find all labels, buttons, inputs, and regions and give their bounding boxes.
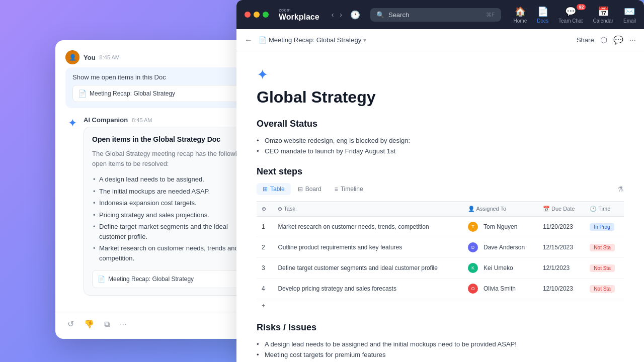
col-duedate[interactable]: 📅 Due Date [538, 202, 585, 217]
col-assigned[interactable]: 👤 Assigned To [463, 202, 538, 217]
present-button[interactable]: ⬡ [600, 35, 607, 45]
ai-doc-reference[interactable]: 📄 Meeting Recap: Global Strategy [92, 270, 248, 288]
assigned-cell: O Olivia Smith [463, 279, 538, 299]
tab-table[interactable]: ⊞ Table [257, 183, 291, 195]
task-cell: Define target customer segments and idea… [273, 258, 463, 279]
nav-item-teamchat[interactable]: 92💬Team Chat [558, 6, 583, 24]
list-item: A design lead needs to be assigned and t… [257, 339, 624, 349]
refresh-button[interactable]: ↺ [65, 317, 76, 331]
col-num: ⊕ [257, 202, 273, 217]
maximize-window-button[interactable] [263, 12, 269, 18]
search-shortcut: ⌘F [486, 12, 495, 18]
due-date-cell: 12/15/2023 [538, 237, 585, 258]
copy-button[interactable]: ⧉ [102, 318, 112, 331]
nav-item-home[interactable]: 🏠Home [514, 6, 527, 24]
minimize-window-button[interactable] [254, 12, 260, 18]
home-nav-label: Home [514, 18, 527, 24]
breadcrumb-dropdown-icon[interactable]: ▾ [363, 37, 366, 44]
email-nav-label: Email [623, 18, 636, 24]
share-button[interactable]: Share [577, 36, 594, 44]
status-cell: Not Sta [585, 237, 624, 258]
teamchat-badge: 92 [577, 4, 586, 10]
ai-timestamp: 8:45 AM [132, 117, 152, 123]
tab-board[interactable]: ⊟ Board [292, 183, 328, 195]
top-nav: zoom Workplace ‹ › 🕐 🔍 Search ⌘F 🏠Home📄D… [236, 0, 644, 29]
doc-content: ✦ Global Strategy Overall Status Omzo we… [236, 51, 644, 362]
ai-doc-icon: 📄 [98, 275, 105, 284]
more-doc-options-button[interactable]: ··· [629, 36, 636, 45]
user-doc-reference[interactable]: 📄 Meeting Recap: Global Strategy [72, 85, 250, 102]
ai-companion-icon: ✦ [65, 116, 79, 130]
teamchat-nav-icon: 💬 [565, 6, 576, 17]
nav-icons: 🏠Home📄Docs92💬Team Chat📅Calendar✉️Email [514, 6, 636, 24]
add-row-button[interactable]: + [257, 299, 624, 312]
nav-arrows: ‹ › [330, 10, 344, 20]
search-bar[interactable]: 🔍 Search ⌘F [370, 8, 501, 22]
nav-item-email[interactable]: ✉️Email [623, 6, 636, 24]
timeline-tab-label: Timeline [341, 186, 363, 193]
history-button[interactable]: 🕐 [350, 10, 360, 20]
assignee-avatar: O [468, 284, 478, 294]
due-date-cell: 12/10/2023 [538, 279, 585, 299]
tab-timeline[interactable]: ≡ Timeline [329, 183, 369, 195]
assignee-avatar: K [468, 263, 478, 273]
search-icon: 🔍 [376, 11, 384, 19]
due-date-cell: 12/1/2023 [538, 258, 585, 279]
nav-back-button[interactable]: ‹ [330, 10, 336, 20]
risks-list: A design lead needs to be assigned and t… [257, 339, 624, 360]
assignee-name: Tom Nguyen [484, 223, 517, 230]
ai-bullet-list: A design lead needs to be assigned.The i… [92, 173, 248, 264]
list-item: Omzo website redesign, eng is blocked by… [257, 135, 624, 146]
assigned-cell: T Tom Nguyen [463, 217, 538, 237]
user-doc-ref-text: Meeting Recap: Global Strategy [90, 90, 175, 97]
ai-sparkle-icon: ✦ [257, 66, 624, 83]
docs-nav-label: Docs [537, 18, 548, 24]
list-item: A design lead needs to be assigned. [92, 173, 248, 186]
thumbs-down-button[interactable]: 👎 [82, 317, 96, 331]
ai-name: AI Companion [84, 116, 128, 124]
list-item: Indonesia expansion cost targets. [92, 197, 248, 209]
status-badge: Not Sta [590, 285, 614, 293]
calendar-nav-icon: 📅 [598, 6, 609, 17]
assigned-cell: K Kei Umeko [463, 258, 538, 279]
zoom-label: zoom [279, 8, 319, 13]
search-input-label[interactable]: Search [388, 11, 482, 19]
home-nav-icon: 🏠 [515, 6, 526, 17]
col-time[interactable]: 🕐 Time [585, 202, 624, 217]
list-item: Meeting cost targets for premium feature… [257, 349, 624, 360]
user-message-row: 👤 You 8:45 AM Show me open items in this… [65, 50, 257, 108]
comment-button[interactable]: 💬 [613, 35, 623, 45]
back-button[interactable]: ← [245, 36, 253, 45]
nav-item-calendar[interactable]: 📅Calendar [593, 6, 613, 24]
list-item: Pricing strategy and sales projections. [92, 209, 248, 221]
workplace-label: Workplace [279, 13, 319, 22]
nav-forward-button[interactable]: › [338, 10, 344, 20]
doc-header-actions: Share ⬡ 💬 ··· [577, 35, 636, 45]
assigned-cell: D Dave Anderson [463, 237, 538, 258]
risks-heading: Risks / Issues [257, 322, 624, 333]
ai-message-row: ✦ AI Companion 8:45 AM Open items in the… [65, 116, 257, 296]
user-avatar: 👤 [65, 50, 79, 64]
filter-icon[interactable]: ⚗ [617, 185, 624, 193]
close-window-button[interactable] [245, 12, 251, 18]
status-badge: In Prog [590, 223, 614, 231]
zoom-brand: zoom Workplace [279, 8, 319, 22]
status-cell: In Prog [585, 217, 624, 237]
document-title: Global Strategy [257, 88, 624, 107]
col-task[interactable]: ⊕ Task [273, 202, 463, 217]
task-cell: Market research on customer needs, trend… [273, 217, 463, 237]
nav-item-docs[interactable]: 📄Docs [537, 6, 548, 24]
more-options-button[interactable]: ··· [118, 318, 128, 331]
email-nav-icon: ✉️ [624, 6, 635, 17]
risks-section: Risks / Issues A design lead needs to be… [257, 322, 624, 360]
next-steps-section: Next steps ⊞ Table ⊟ Board ≡ Timeline ⚗ [257, 166, 624, 312]
list-item: CEO mandate to launch by Friday August 1… [257, 146, 624, 156]
status-cell: Not Sta [585, 279, 624, 299]
next-steps-heading: Next steps [257, 166, 624, 177]
overall-status-section: Overall Status Omzo website redesign, en… [257, 119, 624, 156]
overall-status-heading: Overall Status [257, 119, 624, 129]
ai-doc-ref-text: Meeting Recap: Global Strategy [108, 275, 194, 284]
doc-breadcrumb: 📄 Meeting Recap: Global Strategy ▾ [259, 36, 366, 44]
due-date-cell: 11/20/2023 [538, 217, 585, 237]
ai-bubble-desc: The Global Strategy meeting recap has th… [92, 149, 248, 168]
